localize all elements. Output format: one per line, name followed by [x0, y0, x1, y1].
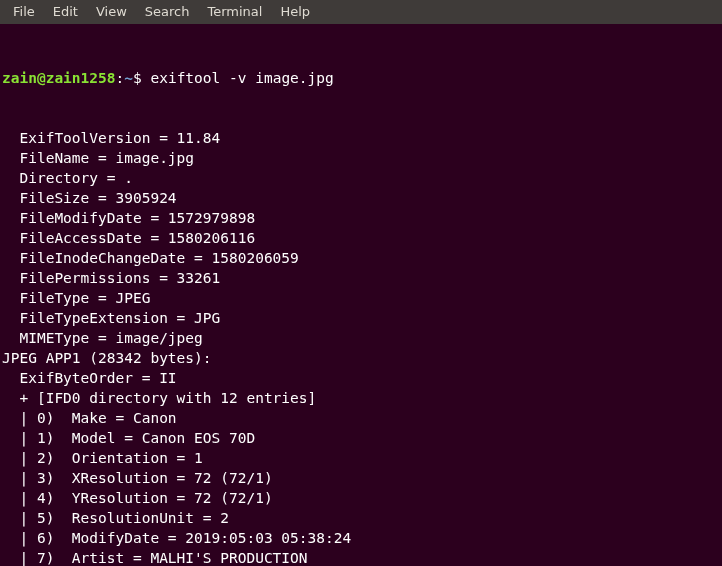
- output-line: | 1) Model = Canon EOS 70D: [0, 428, 722, 448]
- output-line: FileSize = 3905924: [0, 188, 722, 208]
- menubar: File Edit View Search Terminal Help: [0, 0, 722, 24]
- output-line: | 0) Make = Canon: [0, 408, 722, 428]
- output-line: | 7) Artist = MALHI'S PRODUCTION: [0, 548, 722, 566]
- prompt-colon: :: [116, 70, 125, 86]
- output-line: | 5) ResolutionUnit = 2: [0, 508, 722, 528]
- output-line: JPEG APP1 (28342 bytes):: [0, 348, 722, 368]
- menu-file[interactable]: File: [4, 0, 44, 24]
- menu-view[interactable]: View: [87, 0, 136, 24]
- output-line: FileInodeChangeDate = 1580206059: [0, 248, 722, 268]
- output-line: | 3) XResolution = 72 (72/1): [0, 468, 722, 488]
- output-line: | 4) YResolution = 72 (72/1): [0, 488, 722, 508]
- output-line: FileName = image.jpg: [0, 148, 722, 168]
- menu-terminal[interactable]: Terminal: [198, 0, 271, 24]
- menu-edit[interactable]: Edit: [44, 0, 87, 24]
- prompt-user-host: zain@zain1258: [2, 70, 116, 86]
- output-line: | 2) Orientation = 1: [0, 448, 722, 468]
- prompt-path: ~: [124, 70, 133, 86]
- output-line: FileType = JPEG: [0, 288, 722, 308]
- output-line: ExifToolVersion = 11.84: [0, 128, 722, 148]
- output-line: Directory = .: [0, 168, 722, 188]
- output-line: ExifByteOrder = II: [0, 368, 722, 388]
- output-line: + [IFD0 directory with 12 entries]: [0, 388, 722, 408]
- prompt-line: zain@zain1258:~$ exiftool -v image.jpg: [0, 68, 722, 88]
- output-line: FileTypeExtension = JPG: [0, 308, 722, 328]
- prompt-symbol: $: [133, 70, 142, 86]
- command-text: exiftool -v image.jpg: [150, 70, 333, 86]
- menu-search[interactable]: Search: [136, 0, 199, 24]
- terminal-output[interactable]: zain@zain1258:~$ exiftool -v image.jpg E…: [0, 24, 722, 566]
- output-line: FileModifyDate = 1572979898: [0, 208, 722, 228]
- output-line: MIMEType = image/jpeg: [0, 328, 722, 348]
- output-line: FilePermissions = 33261: [0, 268, 722, 288]
- output-line: | 6) ModifyDate = 2019:05:03 05:38:24: [0, 528, 722, 548]
- menu-help[interactable]: Help: [271, 0, 319, 24]
- output-line: FileAccessDate = 1580206116: [0, 228, 722, 248]
